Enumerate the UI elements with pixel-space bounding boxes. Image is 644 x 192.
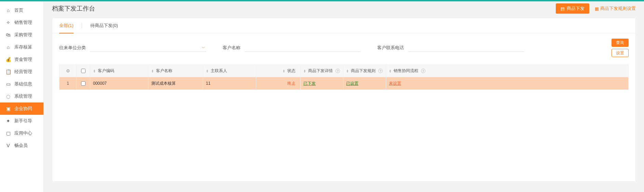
sidebar-item-sales[interactable]: ✧ 销售管理 [0,16,43,29]
sidebar-item-label: 企业协同 [14,106,32,112]
th-label: 商品下发详情 [308,68,333,74]
help-icon[interactable]: ? [421,69,425,73]
cell-detail: 已下发 [301,77,343,90]
settings-button[interactable]: 设置 [612,49,629,57]
sidebar-item-label: 新手引导 [14,118,32,124]
top-accent-bar [0,0,644,1]
apps-icon: ▢ [5,131,11,136]
help-icon[interactable]: ? [378,69,383,73]
enterprise-icon: ▣ [5,106,11,111]
sidebar-item-guide[interactable]: ✦ 新手引导 [0,115,43,127]
tab-divider [82,23,82,28]
filter-customer-name: 客户名称 [223,44,361,52]
cell-code: 000007 [90,77,148,90]
sidebar-item-operation[interactable]: 📋 经营管理 [0,66,43,78]
tab-label: 全部(1) [59,23,74,29]
member-icon: V [5,143,11,148]
sidebar-item-member[interactable]: V 畅会员 [0,139,43,152]
table-row[interactable]: 1 000007 测试成本核算 11 终止 已下发 已设置 未设置 [60,77,629,90]
sidebar-item-purchase[interactable]: 🛍 采购管理 [0,29,43,41]
sidebar-item-label: 畅会员 [14,142,28,149]
column-contact[interactable]: ▲▼主联系人 [203,65,256,77]
help-icon[interactable]: ? [336,69,340,73]
column-checkbox [77,65,90,77]
product-dispatch-button[interactable]: ▤ 商品下发 [556,3,589,14]
header-actions: ▤ 商品下发 ▦ 商品下发规则设置 [556,3,636,14]
select-all-checkbox[interactable] [81,69,86,73]
th-label: 状态 [287,68,295,74]
sidebar-item-label: 应用中心 [14,130,32,136]
column-flow[interactable]: ▲▼销售协同流程? [386,65,629,77]
filter-buttons: 查询 设置 [612,39,629,57]
column-status[interactable]: ▲▼状态 [256,65,301,77]
gear-icon: ⚙ [66,68,70,73]
th-label: 主联系人 [211,68,227,74]
sidebar-item-home[interactable]: ⌂ 首页 [0,4,43,16]
operation-icon: 📋 [5,69,11,74]
search-button[interactable]: 查询 [612,39,629,47]
purchase-icon: 🛍 [5,32,11,38]
sidebar-item-basic[interactable]: ▭ 基础信息 [0,78,43,90]
cell-status: 终止 [256,77,301,90]
guide-icon: ✦ [5,118,11,124]
sidebar-item-apps[interactable]: ▢ 应用中心 [0,127,43,139]
sidebar-item-label: 经营管理 [14,69,32,75]
sidebar-item-enterprise[interactable]: ▣ 企业协同 [0,102,43,115]
rule-icon: ▦ [595,6,599,11]
sidebar-item-system[interactable]: ◌ 系统管理 [0,90,43,102]
sort-icon: ▲▼ [282,69,285,73]
column-settings[interactable]: ⚙ [60,65,77,77]
sidebar-item-label: 系统管理 [14,93,32,99]
cell-name: 测试成本核算 [148,77,203,90]
system-icon: ◌ [5,94,11,99]
button-label: 商品下发 [567,5,584,12]
main-card: 全部(1) 待商品下发(0) 往来单位分类 ﹀ 客户名称 [52,18,636,182]
filter-label: 客户名称 [223,45,240,51]
category-select[interactable] [90,44,206,52]
row-checkbox[interactable] [81,81,86,86]
rule-settings-link[interactable]: ▦ 商品下发规则设置 [595,5,636,12]
sidebar-item-label: 基础信息 [14,81,32,87]
th-label: 商品下发规则 [351,68,376,74]
main-content: 档案下发工作台 ▤ 商品下发 ▦ 商品下发规则设置 全部(1) [44,0,644,192]
sort-icon: ▲▼ [206,69,209,73]
th-label: 销售协同流程 [394,68,418,74]
detail-link[interactable]: 已下发 [303,81,316,86]
data-table: ⚙ ▲▼客户编码 ▲▼客户名称 ▲▼主联系人 ▲▼状态 ▲▼商品下发详情? ▲▼… [59,65,629,90]
rule-link[interactable]: 已设置 [346,81,358,86]
filter-label: 客户联系电话 [377,45,404,51]
tab-pending[interactable]: 待商品下发(0) [90,18,118,33]
customer-name-input[interactable] [245,44,361,52]
sidebar-item-label: 资金管理 [14,56,32,63]
filter-customer-phone: 客户联系电话 [377,44,524,52]
row-index: 1 [60,77,77,90]
sidebar-item-label: 首页 [14,7,23,13]
page-header: 档案下发工作台 ▤ 商品下发 ▦ 商品下发规则设置 [44,0,644,16]
tab-label: 待商品下发(0) [90,23,118,29]
page-title: 档案下发工作台 [52,4,95,13]
filter-label: 往来单位分类 [59,45,86,51]
tab-all[interactable]: 全部(1) [59,18,74,33]
sort-icon: ▲▼ [389,69,392,73]
sidebar-item-label: 库存核算 [14,44,32,50]
sidebar-item-inventory[interactable]: ⌂ 库存核算 [0,41,43,53]
inventory-icon: ⌂ [5,44,11,50]
sidebar: ⌂ 首页 ✧ 销售管理 🛍 采购管理 ⌂ 库存核算 💰 资金管理 📋 经营管理 … [0,0,44,192]
sort-icon: ▲▼ [303,69,306,73]
dispatch-icon: ▤ [561,6,565,11]
column-rule[interactable]: ▲▼商品下发规则? [343,65,386,77]
customer-phone-input[interactable] [408,44,524,52]
column-detail[interactable]: ▲▼商品下发详情? [301,65,343,77]
flow-link[interactable]: 未设置 [389,81,401,86]
column-name[interactable]: ▲▼客户名称 [148,65,203,77]
sort-icon: ▲▼ [151,69,154,73]
sales-icon: ✧ [5,20,11,25]
finance-icon: 💰 [5,57,11,62]
tabs-bar: 全部(1) 待商品下发(0) [52,18,635,33]
home-icon: ⌂ [5,8,11,13]
sidebar-item-label: 销售管理 [14,19,32,26]
filter-row: 往来单位分类 ﹀ 客户名称 客户联系电话 查询 设置 [52,33,635,63]
sidebar-item-finance[interactable]: 💰 资金管理 [0,53,43,66]
column-code[interactable]: ▲▼客户编码 [90,65,148,77]
th-label: 客户编码 [98,68,114,74]
